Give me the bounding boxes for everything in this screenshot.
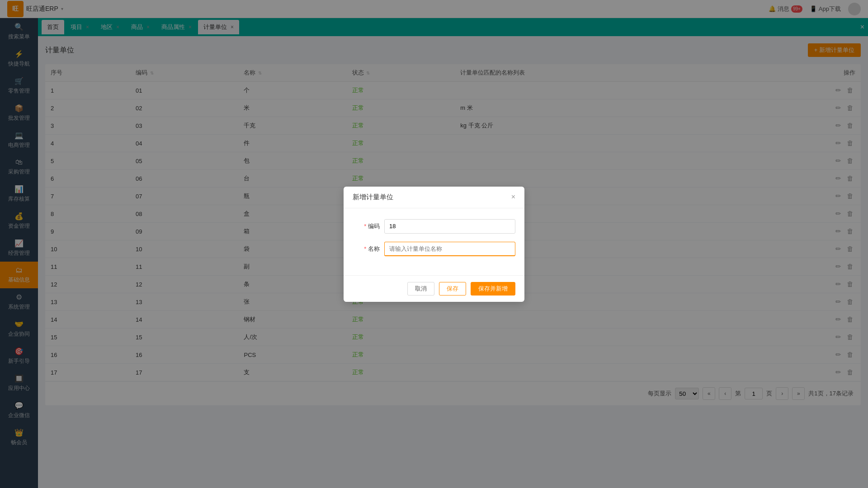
modal-title: 新增计量单位 [353, 193, 393, 202]
name-label: 名称 [353, 245, 380, 253]
modal-close-button[interactable]: × [511, 193, 515, 201]
form-item-name: 名称 [353, 242, 515, 256]
code-input[interactable] [384, 219, 515, 234]
save-button[interactable]: 保存 [439, 282, 466, 296]
form-item-code: 编码 [353, 219, 515, 234]
cancel-button[interactable]: 取消 [407, 282, 434, 296]
name-input[interactable] [384, 242, 515, 256]
modal-header: 新增计量单位 × [344, 187, 524, 208]
save-new-button[interactable]: 保存并新增 [471, 282, 515, 296]
modal-overlay: 新增计量单位 × 编码 名称 取消 保存 保存并新增 [0, 0, 868, 488]
code-label: 编码 [353, 222, 380, 230]
add-measure-modal: 新增计量单位 × 编码 名称 取消 保存 保存并新增 [344, 187, 524, 302]
modal-body: 编码 名称 [344, 208, 524, 275]
modal-footer: 取消 保存 保存并新增 [344, 275, 524, 302]
